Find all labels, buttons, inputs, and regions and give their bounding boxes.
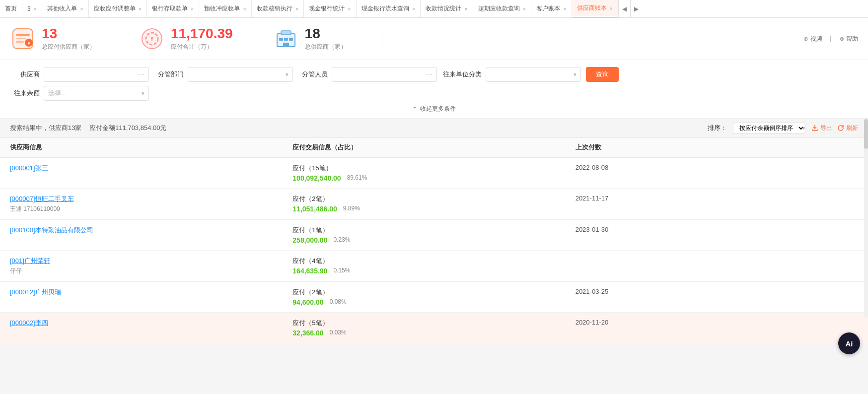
refresh-label: 刷新	[846, 124, 858, 132]
svg-rect-10	[281, 31, 291, 35]
supplier-link-4[interactable]: [001]广州荣轩	[10, 257, 292, 265]
close-advance-ar[interactable]: ×	[243, 6, 246, 12]
tx-pct-2: 9.89%	[343, 205, 360, 212]
nav-tab-receipt-verify[interactable]: 收款核销执行 ×	[252, 0, 304, 18]
close-cash-bank-stat[interactable]: ×	[348, 6, 351, 12]
video-link[interactable]: ⊙ 视频	[803, 35, 822, 43]
person-input[interactable]	[336, 71, 426, 78]
tx-label-1: 应付（15笔）	[292, 164, 575, 173]
department-chevron-icon: ▾	[286, 71, 289, 78]
export-button[interactable]: 导出	[811, 124, 832, 132]
table-row: [000100]本特勤油品有限公司 应付（1笔） 258,000.00 0.23…	[0, 220, 868, 251]
transaction-info-2: 应付（2笔） 11,051,486.00 9.89%	[292, 195, 575, 213]
tx-amount-1: 100,092,540.00	[292, 174, 341, 182]
filter-input-supplier[interactable]: ···	[44, 67, 149, 82]
filter-item-department: 分管部门 ▾	[154, 67, 293, 82]
stat-info-total-suppliers: 18 总供应商（家）	[305, 27, 347, 51]
close-overdue-ar[interactable]: ×	[523, 6, 526, 12]
supplier-dots-icon[interactable]: ···	[138, 70, 145, 79]
supplier-link-2[interactable]: [000007]恒旺二手叉车	[10, 195, 292, 203]
svg-rect-3	[16, 41, 24, 43]
nav-tab-advance-ar[interactable]: 预收冲应收单 ×	[199, 0, 251, 18]
svg-text:¥: ¥	[27, 41, 30, 46]
close-tab-3[interactable]: ×	[34, 6, 37, 12]
tx-amount-2: 11,051,486.00	[292, 205, 337, 213]
nav-tab-home[interactable]: 首页	[0, 0, 22, 18]
nav-tab-receipt-verify-label: 收款核销执行	[257, 4, 292, 13]
stat-icon-suppliers-due: ¥	[10, 26, 36, 52]
close-supplier-ledger[interactable]: ×	[610, 5, 613, 11]
nav-prev-arrow[interactable]: ◀	[618, 0, 630, 18]
collapse-button[interactable]: ⌃ 收起更多条件	[412, 105, 456, 113]
stat-card-total-suppliers: 18 总供应商（家）	[273, 26, 382, 52]
refresh-button[interactable]: 刷新	[837, 124, 858, 132]
stats-header: ¥ 13 总应付供应商（家） ¥ 11,170.39 应付合计（万）	[0, 18, 868, 60]
table-row: [000001]张三 应付（15笔） 100,092,540.00 89.61%…	[0, 158, 868, 189]
person-dots-icon[interactable]: ···	[426, 70, 433, 79]
nav-tab-overdue-ar[interactable]: 超期应收款查询 ×	[473, 0, 531, 18]
nav-tab-bank-deposit[interactable]: 银行存取款单 ×	[147, 0, 199, 18]
close-ar-ap-adjust[interactable]: ×	[139, 6, 142, 12]
close-other-income[interactable]: ×	[80, 6, 83, 12]
stat-label-total-suppliers: 总供应商（家）	[305, 43, 347, 51]
nav-tab-supplier-ledger-label: 供应商账本	[577, 4, 607, 12]
close-bank-deposit[interactable]: ×	[191, 6, 194, 12]
sort-label: 排序：	[708, 124, 727, 132]
transaction-info-4: 应付（4笔） 164,635.90 0.15%	[292, 257, 575, 275]
filter-label-category: 往来单位分类	[442, 70, 482, 79]
collapse-label: 收起更多条件	[420, 105, 456, 113]
filter-select-department[interactable]: ▾	[188, 67, 293, 82]
sort-select[interactable]: 按应付余额倒序排序 按应付余额升序排序	[733, 123, 805, 133]
nav-tab-ar-ap-adjust[interactable]: 应收应付调整单 ×	[89, 0, 147, 18]
action-buttons: 导出 刷新	[811, 124, 858, 132]
balance-chevron-icon: ▾	[142, 90, 145, 97]
nav-tab-cash-flow-label: 现金银行流水查询	[362, 4, 409, 13]
tx-pct-1: 89.61%	[347, 174, 367, 181]
nav-tab-cash-bank-stat-label: 现金银行统计	[309, 4, 345, 13]
table-row: [001]广州荣轩 仔仔 应付（4笔） 164,635.90 0.15%	[0, 251, 868, 282]
tx-pct-3: 0.23%	[333, 236, 350, 243]
nav-tab-advance-ar-label: 预收冲应收单	[204, 4, 240, 13]
nav-tab-cash-bank-stat[interactable]: 现金银行统计 ×	[304, 0, 356, 18]
supplier-input[interactable]	[48, 71, 138, 78]
nav-tab-customer-ledger[interactable]: 客户账本 ×	[531, 0, 572, 18]
filter-input-person[interactable]: ···	[332, 67, 437, 82]
nav-tab-supplier-ledger[interactable]: 供应商账本 ×	[572, 0, 618, 18]
close-customer-ledger[interactable]: ×	[563, 6, 566, 12]
nav-tab-customer-ledger-label: 客户账本	[536, 4, 560, 13]
last-pay-1: 2022-08-08	[576, 164, 858, 171]
scrollbar-track[interactable]	[864, 119, 868, 318]
result-prefix: 搜索结果中，供应商13家	[10, 124, 81, 131]
supplier-link-3[interactable]: [000100]本特勤油品有限公司	[10, 226, 292, 235]
svg-rect-2	[16, 38, 26, 39]
nav-tab-receipt-stat[interactable]: 收款情况统计 ×	[421, 0, 473, 18]
nav-tab-cash-flow[interactable]: 现金银行流水查询 ×	[357, 0, 421, 18]
close-cash-flow[interactable]: ×	[412, 6, 415, 12]
supplier-link-5[interactable]: [000012]广州贝瑞	[10, 288, 292, 297]
supplier-sub-2: 王通 17106110000	[10, 205, 292, 213]
stat-icon-total-suppliers	[273, 26, 299, 52]
stat-value-suppliers-due: 13	[42, 27, 95, 41]
scrollbar-thumb[interactable]	[864, 119, 868, 149]
query-button[interactable]: 查询	[586, 67, 619, 82]
svg-rect-1	[16, 34, 30, 36]
help-link[interactable]: ⊙ 帮助	[840, 35, 858, 43]
close-receipt-stat[interactable]: ×	[464, 6, 467, 12]
close-receipt-verify[interactable]: ×	[295, 6, 298, 12]
nav-tab-3-label: 3	[27, 5, 31, 12]
data-table: 供应商信息 应付交易信息（占比） 上次付数 [000001]张三 应付（15笔）…	[0, 138, 868, 343]
last-pay-5: 2021-03-25	[576, 288, 858, 295]
filter-select-balance[interactable]: 选择... ▾	[44, 86, 149, 101]
filter-select-category[interactable]: ▾	[486, 67, 581, 82]
supplier-link-6[interactable]: [000002]李四	[10, 319, 292, 328]
table-header-transaction: 应付交易信息（占比）	[292, 143, 575, 152]
top-nav: 首页 3 × 其他收入单 × 应收应付调整单 × 银行存取款单 × 预收冲应收单…	[0, 0, 868, 18]
supplier-info-5: [000012]广州贝瑞	[10, 288, 292, 297]
filter-label-person: 分管人员	[298, 70, 328, 79]
nav-tab-other-income[interactable]: 其他收入单 ×	[42, 0, 88, 18]
supplier-link-1[interactable]: [000001]张三	[10, 164, 292, 173]
stat-value-ap-total: 11,170.39	[171, 27, 233, 41]
nav-tab-3[interactable]: 3 ×	[22, 0, 42, 18]
nav-next-arrow[interactable]: ▶	[630, 0, 642, 18]
nav-tab-receipt-stat-label: 收款情况统计	[426, 4, 461, 13]
